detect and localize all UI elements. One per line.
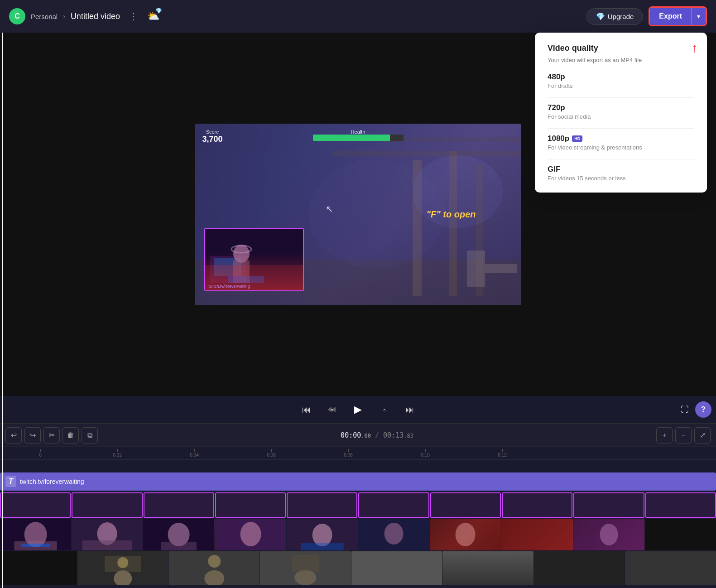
rewind-icon: 5 (327, 404, 337, 415)
svg-rect-34 (301, 543, 343, 550)
text-track-icon: T (5, 476, 16, 487)
thumb-env-6 (534, 551, 625, 585)
delete-button[interactable]: 🗑 (62, 427, 79, 443)
svg-text:5: 5 (383, 408, 385, 412)
zoom-in-button[interactable]: + (656, 427, 673, 443)
svg-rect-26 (82, 540, 132, 550)
quality-option-gif[interactable]: GIF For videos 15 seconds or less (548, 165, 694, 182)
svg-rect-51 (292, 555, 319, 572)
cut-button[interactable]: ✂ (43, 427, 60, 443)
webcam-person (205, 229, 303, 290)
svg-text:5: 5 (331, 408, 333, 412)
duplicate-button[interactable]: ⧉ (82, 427, 98, 443)
svg-rect-52 (351, 551, 442, 585)
thumb-env-4 (351, 551, 442, 585)
thumb-env-3 (260, 551, 351, 585)
clip-cell-1[interactable] (0, 492, 71, 518)
clip-cell-7[interactable] (430, 492, 501, 518)
rewind-button[interactable]: 5 (324, 401, 340, 418)
zoom-out-button[interactable]: − (675, 427, 692, 443)
gem-icon: 💎 (596, 12, 605, 21)
skip-to-end-button[interactable]: ⏭ (402, 401, 418, 418)
thumb-env-5 (442, 551, 533, 585)
svg-rect-23 (21, 544, 50, 547)
svg-point-45 (117, 557, 128, 568)
fullscreen-button[interactable]: ⛶ (681, 405, 689, 414)
empty-track-row (0, 462, 716, 471)
dropdown-up-arrow: ↑ (692, 42, 698, 54)
text-track[interactable]: T twitch.tv/foreverwaiting (0, 472, 716, 491)
svg-point-50 (294, 570, 316, 585)
svg-rect-39 (501, 519, 572, 550)
clip-cell-8[interactable] (502, 492, 572, 518)
quality-divider-1 (548, 97, 694, 98)
thumb-env-empty (0, 551, 77, 585)
avatar: C (9, 8, 25, 24)
thumb-gamer-9 (573, 519, 644, 550)
quality-480p-desc: For drafts (548, 82, 694, 89)
ruler-tick-4: 0:04 (156, 449, 233, 458)
header-right: 💎 Upgrade Export ▾ (586, 6, 707, 26)
thumbnail-track-gamer (0, 519, 716, 550)
clip-cell-6[interactable] (358, 492, 429, 518)
text-track-label: twitch.tv/foreverwaiting (20, 478, 84, 485)
svg-point-33 (312, 524, 332, 546)
quality-1080p-label: 1080p HD (548, 134, 694, 143)
forward-button[interactable]: 5 (376, 401, 393, 418)
more-options-button[interactable]: ⋮ (125, 9, 142, 24)
health-bar (313, 135, 404, 141)
score-label: Score (202, 129, 223, 135)
current-time: 00:00.00 (341, 431, 375, 439)
health-fill (313, 135, 390, 141)
skip-to-start-button[interactable]: ⏮ (298, 401, 315, 418)
clip-cell-10[interactable] (645, 492, 716, 518)
thumb-gamer-2 (72, 519, 143, 550)
hud-health: Health (313, 129, 404, 141)
video-title: Untitled video (71, 12, 120, 21)
quality-subtitle: Your video will export as an MP4 file (548, 57, 694, 63)
thumb-gamer-7 (430, 519, 501, 550)
timeline-ruler: 0 0:02 0:04 0:06 0:08 (0, 447, 716, 460)
hud-score: Score 3,700 (202, 129, 223, 144)
redo-button[interactable]: ↪ (24, 427, 41, 443)
thumb-gamer-8 (501, 519, 572, 550)
player-controls: ⏮ 5 ▶ 5 ⏭ ⛶ ? (0, 396, 716, 423)
help-button[interactable]: ? (695, 401, 711, 418)
clip-cell-3[interactable] (144, 492, 214, 518)
timeline-toolbar: ↩ ↪ ✂ 🗑 ⧉ 00:00.00 / 00:13.83 + − (0, 424, 716, 447)
clip-cell-4[interactable] (215, 492, 286, 518)
upgrade-button[interactable]: 💎 Upgrade (586, 8, 644, 25)
clip-cell-5[interactable] (287, 492, 357, 518)
quality-option-480p[interactable]: 480p For drafts (548, 72, 694, 89)
export-button[interactable]: Export (650, 8, 691, 25)
ruler-tick-12: 0:12 (464, 449, 541, 458)
video-text-overlay: "F" to open (427, 209, 476, 220)
play-button[interactable]: ▶ (349, 400, 367, 419)
thumb-env-1 (77, 551, 168, 585)
thumb-gamer-4 (215, 519, 286, 550)
clip-cell-2[interactable] (72, 492, 142, 518)
ruler-tick-10: 0:10 (387, 449, 464, 458)
timecode-display: 00:00.00 / 00:13.83 (341, 431, 413, 439)
header: C Personal › Untitled video ⋮ ⛅ 💎 💎 Upgr… (0, 0, 716, 33)
clip-track (0, 492, 716, 518)
breadcrumb-arrow: › (63, 13, 65, 20)
quality-dropdown-panel: ↑ Video quality Your video will export a… (535, 33, 707, 193)
quality-divider-2 (548, 128, 694, 129)
quality-option-720p[interactable]: 720p For social media (548, 103, 694, 120)
thumbnail-track-environment (0, 551, 716, 585)
svg-rect-29 (161, 542, 197, 550)
hd-badge: HD (572, 135, 582, 142)
webcam-overlay: twitch.tv/foreverwaiting (204, 228, 304, 291)
thumb-gamer-3 (143, 519, 214, 550)
timeline-area: ↩ ↪ ✂ 🗑 ⧉ 00:00.00 / 00:13.83 + − (0, 423, 716, 588)
webcam-label: twitch.tv/foreverwaiting (209, 284, 250, 289)
undo-button[interactable]: ↩ (5, 427, 22, 443)
svg-rect-7 (485, 264, 517, 273)
export-dropdown-button[interactable]: ▾ (691, 8, 706, 25)
clip-cell-9[interactable] (573, 492, 644, 518)
svg-point-41 (600, 524, 618, 545)
quality-option-1080p[interactable]: 1080p HD For video streaming & presentat… (548, 134, 694, 151)
cloud-save-icon: ⛅ 💎 (147, 10, 159, 22)
fit-button[interactable]: ⤢ (694, 427, 711, 443)
